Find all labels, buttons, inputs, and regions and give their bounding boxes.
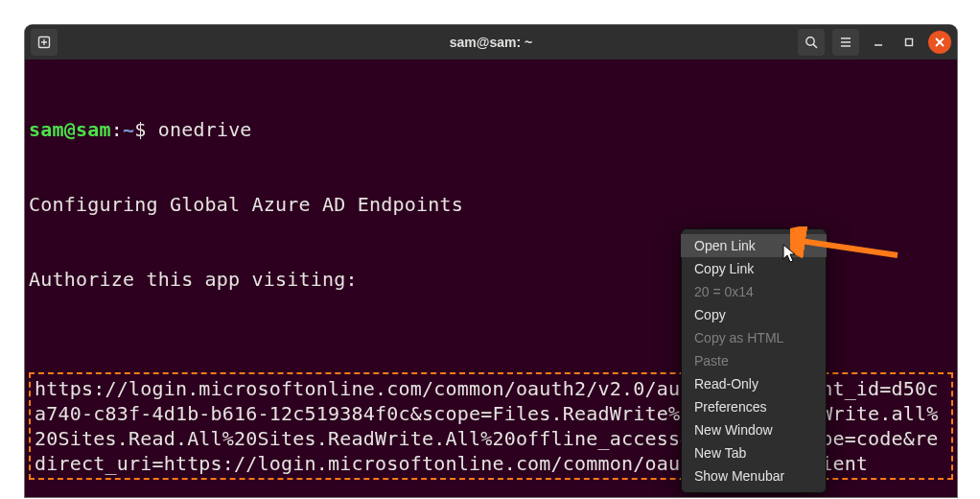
context-menu: Open LinkCopy Link20 = 0x14CopyCopy as H… — [681, 228, 827, 493]
svg-rect-9 — [906, 39, 913, 46]
prompt-dollar: $ — [134, 118, 146, 141]
context-menu-item-4: Copy as HTML — [681, 326, 827, 349]
context-menu-item-1[interactable]: Copy Link — [681, 257, 827, 280]
titlebar: sam@sam: ~ — [25, 25, 957, 59]
context-menu-item-8[interactable]: New Window — [681, 418, 827, 441]
command-text: onedrive — [158, 118, 252, 141]
minimize-button[interactable] — [867, 31, 890, 54]
terminal-window: sam@sam: ~ — [25, 25, 957, 497]
minimize-icon — [873, 36, 884, 48]
context-menu-item-0[interactable]: Open Link — [681, 234, 827, 257]
maximize-button[interactable] — [898, 31, 921, 54]
menu-button[interactable] — [832, 29, 859, 56]
search-button[interactable] — [798, 29, 825, 56]
prompt-line: sam@sam:~$ onedrive — [29, 117, 953, 142]
context-menu-item-10[interactable]: Show Menubar — [681, 464, 827, 487]
output-line-1: Configuring Global Azure AD Endpoints — [29, 192, 953, 217]
hamburger-icon — [838, 35, 853, 50]
close-icon — [934, 36, 945, 48]
search-icon — [804, 35, 819, 50]
context-menu-item-2: 20 = 0x14 — [681, 280, 827, 303]
prompt-user-host: sam@sam — [29, 118, 111, 141]
context-menu-item-5: Paste — [681, 349, 827, 372]
context-menu-item-7[interactable]: Preferences — [681, 395, 827, 418]
close-button[interactable] — [928, 31, 951, 54]
svg-line-4 — [813, 44, 816, 47]
new-tab-icon — [36, 35, 52, 50]
context-menu-item-6[interactable]: Read-Only — [681, 372, 827, 395]
context-menu-item-9[interactable]: New Tab — [681, 441, 827, 464]
prompt-separator: : — [111, 118, 123, 141]
maximize-icon — [903, 36, 915, 48]
prompt-path: ~ — [123, 118, 134, 141]
context-menu-item-3[interactable]: Copy — [681, 303, 827, 326]
new-tab-button[interactable] — [31, 29, 58, 56]
